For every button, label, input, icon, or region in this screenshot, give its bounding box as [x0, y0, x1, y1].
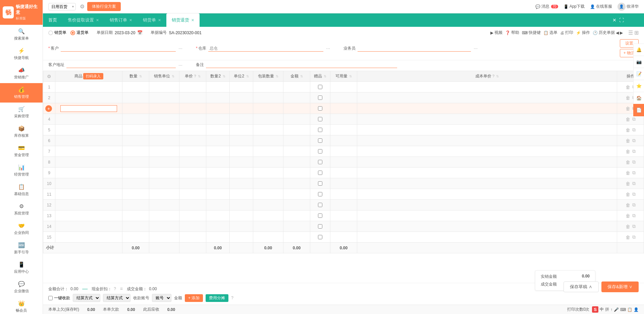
cell-sales-unit-10[interactable] — [149, 178, 179, 189]
delete-icon-13[interactable]: 🗑 — [626, 213, 630, 218]
cell-cost-price-6[interactable] — [357, 135, 617, 146]
right-icon-3[interactable]: 📝 — [633, 68, 644, 80]
account-select[interactable]: 账号 — [152, 294, 171, 302]
cell-gift-8[interactable] — [310, 157, 330, 168]
sidebar-item-wechat[interactable]: 💬企业微信 — [0, 277, 43, 297]
status-icon-3[interactable]: 拼 — [605, 307, 609, 312]
status-icon-7[interactable]: 📋 — [627, 307, 632, 312]
cell-pack-qty-15[interactable] — [253, 232, 283, 243]
status-icon-2[interactable]: 中 — [600, 307, 604, 312]
calendar-icon[interactable]: 📅 — [137, 30, 143, 35]
cell-quantity2-12[interactable] — [206, 200, 230, 210]
cash-discount-help-icon[interactable]: ? — [114, 287, 116, 291]
cell-gift-3[interactable] — [310, 103, 330, 114]
cell-sales-unit-5[interactable] — [149, 125, 179, 135]
cell-unit2-11[interactable] — [230, 189, 253, 200]
cell-product-14[interactable] — [55, 221, 122, 232]
add-row-btn[interactable]: + — [45, 105, 52, 112]
copy-icon-9[interactable]: ⧉ — [632, 170, 636, 176]
cell-quantity-6[interactable] — [122, 135, 149, 146]
cell-unit-price-13[interactable] — [179, 210, 206, 221]
cell-unit-price-12[interactable] — [179, 200, 206, 210]
delete-icon-7[interactable]: 🗑 — [626, 149, 630, 154]
right-icon-6[interactable]: 📄 — [633, 104, 644, 116]
cell-pack-qty-1[interactable] — [253, 82, 283, 92]
cell-amount-5[interactable] — [283, 125, 310, 135]
cell-available-9[interactable] — [330, 168, 357, 178]
cell-product-6[interactable] — [55, 135, 122, 146]
cell-gift-10[interactable] — [310, 178, 330, 189]
tab-close-sales-order[interactable]: ✕ — [129, 18, 132, 22]
salesperson-input[interactable] — [358, 45, 471, 52]
toolbar-operate-btn[interactable]: ⚡ 操作 — [576, 30, 590, 36]
gift-checkbox-11[interactable] — [318, 192, 322, 196]
cell-amount-11[interactable] — [283, 189, 310, 200]
cost-price-help-icon[interactable]: ? — [492, 74, 494, 78]
cell-product-2[interactable] — [55, 92, 122, 103]
cell-pack-qty-14[interactable] — [253, 221, 283, 232]
settlement-select[interactable]: 结算方式 — [73, 294, 100, 302]
cell-product-8[interactable] — [55, 157, 122, 168]
cell-quantity-12[interactable] — [122, 200, 149, 210]
cell-available-5[interactable] — [330, 125, 357, 135]
cell-available-13[interactable] — [330, 210, 357, 221]
cell-available-3[interactable] — [330, 103, 357, 114]
cell-cost-price-7[interactable] — [357, 146, 617, 157]
cell-cost-price-14[interactable] — [357, 221, 617, 232]
cell-product-15[interactable] — [55, 232, 122, 243]
cell-unit-price-10[interactable] — [179, 178, 206, 189]
remark-input[interactable] — [206, 62, 397, 68]
cell-product-9[interactable] — [55, 168, 122, 178]
cell-amount-7[interactable] — [283, 146, 310, 157]
cell-unit-price-3[interactable] — [179, 103, 206, 114]
copy-icon-8[interactable]: ⧉ — [632, 159, 636, 165]
cell-unit2-4[interactable] — [230, 114, 253, 125]
cell-gift-15[interactable] — [310, 232, 330, 243]
cell-gift-7[interactable] — [310, 146, 330, 157]
radio-sales-return[interactable]: 退货单 — [70, 30, 89, 36]
sidebar-item-app-center[interactable]: 📱应用中心 — [0, 258, 43, 277]
sidebar-item-finance[interactable]: 💳资金管理 — [0, 141, 43, 161]
cell-available-14[interactable] — [330, 221, 357, 232]
cell-unit2-7[interactable] — [230, 146, 253, 157]
cell-gift-13[interactable] — [310, 210, 330, 221]
cell-unit2-13[interactable] — [230, 210, 253, 221]
sidebar-item-member[interactable]: 👑畅会员 — [0, 297, 43, 314]
copy-icon-14[interactable]: ⧉ — [632, 224, 636, 229]
cell-available-4[interactable] — [330, 114, 357, 125]
cell-available-12[interactable] — [330, 200, 357, 210]
sidebar-item-purchase[interactable]: 🛒采购管理 — [0, 103, 43, 122]
one-click-input[interactable] — [48, 296, 53, 300]
delete-icon-4[interactable]: 🗑 — [626, 117, 630, 122]
sales-unit-sort-icon[interactable]: ⇅ — [172, 74, 174, 78]
cell-amount-12[interactable] — [283, 200, 310, 210]
cell-unit-price-7[interactable] — [179, 146, 206, 157]
toolbar-shortcut-btn[interactable]: ⌨ 快捷键 — [522, 30, 541, 36]
cell-pack-qty-10[interactable] — [253, 178, 283, 189]
customer-input[interactable] — [61, 45, 176, 52]
cell-sales-unit-4[interactable] — [149, 114, 179, 125]
available-sort-icon[interactable]: ⇅ — [349, 74, 352, 78]
cell-quantity2-11[interactable] — [206, 189, 230, 200]
cell-amount-6[interactable] — [283, 135, 310, 146]
cell-quantity2-10[interactable] — [206, 178, 230, 189]
industry-select[interactable]: 日用百货 — [48, 3, 76, 10]
cell-amount-9[interactable] — [283, 168, 310, 178]
cell-quantity-3[interactable] — [122, 103, 149, 114]
cell-amount-13[interactable] — [283, 210, 310, 221]
fee-split-btn[interactable]: 费用分摊 — [206, 294, 228, 302]
cell-unit2-5[interactable] — [230, 125, 253, 135]
cell-quantity-1[interactable] — [122, 82, 149, 92]
cell-amount-15[interactable] — [283, 232, 310, 243]
cell-sales-unit-15[interactable] — [149, 232, 179, 243]
th-gear[interactable]: ⚙ — [43, 71, 55, 82]
gift-checkbox-9[interactable] — [318, 171, 322, 175]
cell-unit-price-9[interactable] — [179, 168, 206, 178]
cell-amount-1[interactable] — [283, 82, 310, 92]
tab-close-price-settings[interactable]: ✕ — [96, 18, 99, 22]
cell-sales-unit-12[interactable] — [149, 200, 179, 210]
cell-unit-price-11[interactable] — [179, 189, 206, 200]
cell-cost-price-4[interactable] — [357, 114, 617, 125]
cell-sales-unit-8[interactable] — [149, 157, 179, 168]
customer-lookup-icon[interactable]: ··· — [178, 46, 182, 51]
